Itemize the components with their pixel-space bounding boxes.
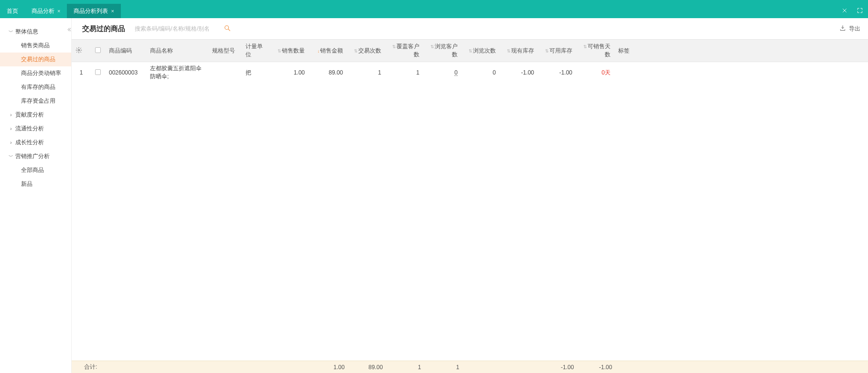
- close-icon[interactable]: ×: [57, 8, 60, 14]
- tab-product-analysis[interactable]: 商品分析 ×: [25, 4, 67, 18]
- col-browse-cust[interactable]: ⇅浏览客户数: [423, 40, 461, 62]
- sidebar-item-stock-funds[interactable]: 库存资金占用: [0, 94, 71, 108]
- summary-cover-cust: 1: [425, 361, 463, 373]
- page-title: 交易过的商品: [82, 24, 125, 33]
- col-browse-cnt[interactable]: ⇅浏览次数: [461, 40, 500, 62]
- sidebar-item-new-products[interactable]: 新品: [0, 177, 71, 191]
- sort-icon: ⇅: [583, 44, 587, 49]
- summary-avail-stock: -1.00: [578, 361, 616, 373]
- sort-icon: ⇅: [354, 49, 357, 53]
- summary-sale-amt: 89.00: [348, 361, 386, 373]
- col-sale-qty[interactable]: ⇅销售数量: [270, 40, 309, 62]
- sidebar-group-overall[interactable]: ﹀ 整体信息: [0, 25, 71, 39]
- svg-point-0: [225, 25, 229, 29]
- cell-trade-cnt: 1: [347, 62, 385, 84]
- cell-tag: [614, 62, 868, 84]
- sort-icon: ⇅: [430, 44, 434, 49]
- cell-browse-cust[interactable]: 0: [423, 62, 461, 84]
- summary-sale-qty: 1.00: [97, 361, 348, 373]
- chevron-down-icon: ﹀: [9, 153, 13, 160]
- search-input[interactable]: [134, 23, 220, 34]
- sidebar: ﹀ 整体信息 销售类商品 交易过的商品 商品分类动销率 有库存的商品 库存资金占…: [0, 18, 72, 373]
- tab-label: 商品分析: [32, 7, 54, 15]
- chevron-right-icon: ›: [9, 140, 13, 145]
- tab-product-analysis-list[interactable]: 商品分析列表 ×: [67, 4, 120, 18]
- sidebar-group-label: 流通性分析: [15, 125, 44, 133]
- fullscreen-icon[interactable]: [855, 7, 865, 15]
- sidebar-item-sales-products[interactable]: 销售类商品: [0, 39, 71, 53]
- tab-label: 商品分析列表: [74, 7, 108, 15]
- summary-row: 合计: 1.00 89.00 1 1 -1.00 -1.00: [72, 361, 868, 373]
- sidebar-group-contribution[interactable]: › 贡献度分析: [0, 108, 71, 122]
- row-index: 1: [72, 62, 91, 84]
- sidebar-group-liquidity[interactable]: › 流通性分析: [0, 122, 71, 136]
- col-unit[interactable]: 计量单位: [242, 40, 270, 62]
- cell-code: 002600003: [105, 62, 146, 84]
- sidebar-group-label: 整体信息: [15, 28, 38, 36]
- column-settings-button[interactable]: [72, 40, 91, 62]
- summary-trade-cnt: 1: [386, 361, 425, 373]
- main-panel: 交易过的商品 导出: [72, 18, 868, 373]
- select-all-checkbox[interactable]: [91, 40, 105, 62]
- summary-browse-cust: [463, 361, 501, 373]
- cell-unit: 把: [242, 62, 270, 84]
- export-label: 导出: [849, 25, 860, 33]
- chevron-right-icon: ›: [9, 126, 13, 131]
- export-icon: [839, 25, 846, 33]
- summary-label: 合计:: [72, 363, 97, 371]
- sidebar-group-label: 营销推广分析: [15, 152, 50, 160]
- col-sale-days[interactable]: ⇅可销售天数: [576, 40, 614, 62]
- summary-cur-stock: -1.00: [539, 361, 578, 373]
- cell-sale-qty: 1.00: [270, 62, 309, 84]
- col-trade-cnt[interactable]: ⇅交易次数: [347, 40, 385, 62]
- col-spec[interactable]: 规格型号: [208, 40, 242, 62]
- chevron-down-icon: ﹀: [9, 29, 13, 35]
- sort-icon: ⇅: [469, 49, 472, 53]
- tab-home[interactable]: 首页: [0, 4, 25, 18]
- sort-icon: ⇅: [278, 49, 281, 53]
- top-strip: [0, 0, 868, 4]
- tab-bar: 首页 商品分析 × 商品分析列表 ×: [0, 4, 868, 18]
- col-avail-stock[interactable]: ⇅可用库存: [538, 40, 576, 62]
- col-cur-stock[interactable]: ⇅现有库存: [500, 40, 538, 62]
- cell-cur-stock: -1.00: [500, 62, 538, 84]
- table-row[interactable]: 1 002600003 左都胶囊五折遮阳伞防晒伞; 把 1.00 89.00 1…: [72, 62, 868, 84]
- close-all-icon[interactable]: [839, 7, 850, 15]
- sidebar-item-stock-products[interactable]: 有库存的商品: [0, 80, 71, 94]
- col-name[interactable]: 商品名称: [146, 40, 208, 62]
- sidebar-group-growth[interactable]: › 成长性分析: [0, 136, 71, 149]
- svg-point-1: [78, 49, 80, 51]
- table-header-row: 商品编码 商品名称 规格型号 计量单位 ⇅销售数量 ↓销售金额 ⇅交易次数 ⇅覆…: [72, 40, 868, 62]
- col-code[interactable]: 商品编码: [105, 40, 146, 62]
- sidebar-group-label: 贡献度分析: [15, 111, 44, 119]
- cell-sale-amt: 89.00: [309, 62, 347, 84]
- sidebar-item-category-turnover[interactable]: 商品分类动销率: [0, 66, 71, 80]
- summary-browse-cnt: [501, 361, 539, 373]
- sidebar-item-all-products[interactable]: 全部商品: [0, 163, 71, 177]
- cell-browse-cnt: 0: [461, 62, 500, 84]
- search-icon[interactable]: [224, 24, 231, 33]
- sort-icon: ⇅: [507, 49, 510, 53]
- sort-desc-icon: ↓: [318, 49, 320, 53]
- data-table: 商品编码 商品名称 规格型号 计量单位 ⇅销售数量 ↓销售金额 ⇅交易次数 ⇅覆…: [72, 39, 868, 83]
- col-cover-cust[interactable]: ⇅覆盖客户数: [385, 40, 423, 62]
- sidebar-group-marketing[interactable]: ﹀ 营销推广分析: [0, 149, 71, 163]
- cell-spec: [208, 62, 242, 84]
- sidebar-item-traded-products[interactable]: 交易过的商品: [0, 53, 71, 66]
- col-tag[interactable]: 标签: [614, 40, 868, 62]
- tab-label: 首页: [7, 7, 18, 15]
- cell-avail-stock: -1.00: [538, 62, 576, 84]
- sort-icon: ⇅: [545, 49, 548, 53]
- close-icon[interactable]: ×: [111, 8, 114, 14]
- cell-sale-days: 0天: [576, 62, 614, 84]
- col-sale-amt[interactable]: ↓销售金额: [309, 40, 347, 62]
- chevron-right-icon: ›: [9, 112, 13, 117]
- sidebar-group-label: 成长性分析: [15, 139, 44, 147]
- sort-icon: ⇅: [392, 44, 396, 49]
- cell-cover-cust: 1: [385, 62, 423, 84]
- row-checkbox[interactable]: [91, 62, 105, 84]
- cell-name: 左都胶囊五折遮阳伞防晒伞;: [146, 62, 208, 84]
- export-button[interactable]: 导出: [839, 25, 860, 33]
